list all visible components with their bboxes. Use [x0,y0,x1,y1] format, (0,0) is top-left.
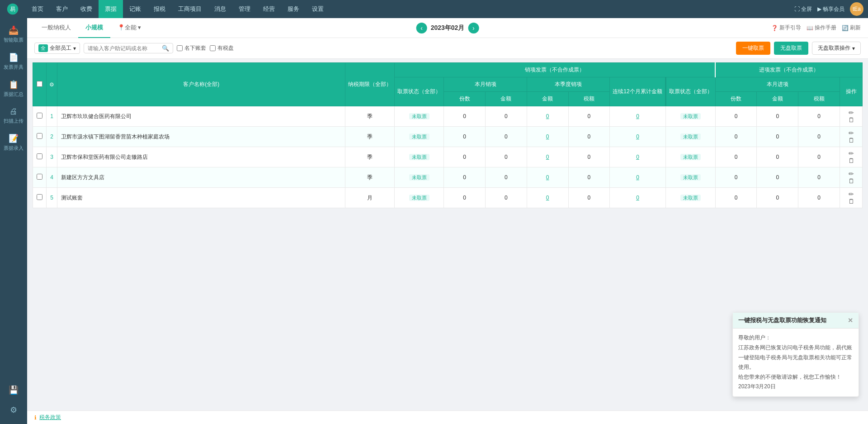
question-icon: ❓ [771,25,778,31]
row-checkbox[interactable] [33,106,47,127]
nav-message[interactable]: 消息 [208,0,232,18]
row-sales-qtr-amount: 0 [527,147,568,167]
app-logo: 易 [5,1,21,17]
row-sales-status: 未取票 [395,147,444,167]
detail-icon[interactable]: 🗒 [848,137,854,144]
sidebar-item-config[interactable]: ⚙ [7,401,20,419]
edit-icon[interactable]: ✏ [849,191,854,198]
row-input-status: 未取票 [665,188,715,208]
sidebar-label-invoice-entry: 票据录入 [4,145,24,152]
sub-tabs-bar: 一般纳税人 小规模 📍 全能 ▾ ‹ 2023年02月 › ❓ 新手引导 📖 操 [27,18,868,38]
notification-close-button[interactable]: ✕ [848,317,853,324]
sidebar-item-invoice-summary[interactable]: 📋 票据汇总 [0,76,27,101]
refresh-link[interactable]: 🔄 刷新 [842,24,861,32]
has-taxdisk-checkbox[interactable]: 有税盘 [210,44,234,52]
invoice-table: ⚙ 客户名称(全部) 纳税期限（全部） 销项发票（不合作成票） 进项发票（不合作… [33,62,863,208]
no-disk-operations-button[interactable]: 无盘取票操作 ▾ [812,42,861,55]
tab-all[interactable]: 📍 全能 ▾ [110,18,148,38]
row-annual-amount: 0 [610,127,665,147]
edit-icon[interactable]: ✏ [849,150,854,157]
select-all-checkbox[interactable] [37,81,42,87]
detail-icon[interactable]: 🗒 [848,116,854,124]
nav-service[interactable]: 服务 [281,0,306,18]
row-no: 2 [47,127,57,147]
tax-policy-link[interactable]: 税务政策 [39,414,61,421]
detail-icon[interactable]: 🗒 [848,198,854,205]
customer-search-input[interactable] [88,45,160,52]
manual-link[interactable]: 📖 操作手册 [807,24,836,32]
my-accounts-checkbox[interactable]: 名下账套 [177,44,206,52]
detail-icon[interactable]: 🗒 [848,157,854,164]
row-input-month-count: 0 [715,106,757,127]
nav-customer[interactable]: 客户 [50,0,74,18]
edit-icon[interactable]: ✏ [849,170,854,177]
avatar[interactable]: tEa [850,2,863,16]
period-text: 2023年02月 [431,24,465,32]
sidebar-item-invoice-entry[interactable]: 📝 票据录入 [0,130,27,155]
sidebar-item-scan-upload[interactable]: 🖨 扫描上传 [0,103,27,128]
col-sales-group: 销项发票（不合作成票） [395,63,715,77]
row-checkbox[interactable] [33,147,47,167]
row-sales-qtr-amount: 0 [527,167,568,188]
sidebar-label-invoice-summary: 票据汇总 [4,91,24,98]
next-period-button[interactable]: › [468,23,479,33]
has-taxdisk-check[interactable] [210,45,216,51]
row-period: 季 [345,106,395,127]
sidebar-item-invoice-issue[interactable]: 📄 发票开具 [0,49,27,74]
detail-icon[interactable]: 🗒 [848,177,854,185]
nav-billing[interactable]: 收费 [74,0,99,18]
tab-small-scale[interactable]: 小规模 [78,18,110,38]
no-disk-ticket-button[interactable]: 无盘取票 [774,42,808,55]
col-sales-qtr-tax: 税额 [568,92,610,106]
sidebar-item-download[interactable]: 💾 [7,381,20,399]
notification-body: 尊敬的用户： 江苏政务网已恢复访问电子税务局功能，易代账一键登陆电子税务局与无盘… [733,329,859,396]
one-key-ticket-button[interactable]: 一键取票 [736,42,770,55]
table-row: 4 新建区方方文具店 季 未取票 0 0 0 0 0 未取票 0 0 0 ✏ 🗒 [33,167,863,188]
col-settings: ⚙ [47,63,57,106]
row-input-month-tax: 0 [798,127,840,147]
employee-filter-label: 全部员工 [50,44,71,52]
nav-manage[interactable]: 管理 [232,0,257,18]
prev-period-button[interactable]: ‹ [416,23,427,33]
invoice-entry-icon: 📝 [9,133,19,143]
nav-settings[interactable]: 设置 [306,0,330,18]
row-customer: 新建区方方文具店 [57,167,345,188]
my-accounts-check[interactable] [177,45,183,51]
row-input-status: 未取票 [665,127,715,147]
toolbar: 全 全部员工 ▾ 🔍 名下账套 有税盘 一键取票 无盘取票 无盘取票操作 [27,38,868,59]
sidebar-item-smart-ticket[interactable]: 📥 智能取票 [0,22,27,47]
edit-icon[interactable]: ✏ [849,129,854,137]
vip-tool[interactable]: ▶ 畅享会员 [817,5,844,13]
bottom-bar: ℹ 税务政策 [27,410,868,424]
row-input-month-tax: 0 [798,106,840,127]
fullscreen-label: 全屏 [801,5,812,13]
col-input-month-count: 份数 [715,92,757,106]
nav-tax[interactable]: 报税 [147,0,172,18]
col-month-input: 本月进项 [715,77,840,92]
row-checkbox[interactable] [33,127,47,147]
newbie-guide-link[interactable]: ❓ 新手引导 [771,24,801,32]
nav-bookkeeping[interactable]: 记账 [123,0,147,18]
row-customer: 卫辉市汲水镇下图湖留香营苗木种植家庭农场 [57,127,345,147]
search-icon[interactable]: 🔍 [162,45,169,52]
row-sales-qtr-amount: 0 [527,127,568,147]
row-checkbox[interactable] [33,188,47,208]
row-input-month-amount: 0 [757,106,798,127]
notification-header: 一键报税与无盘取票功能恢复通知 ✕ [733,313,859,329]
employee-filter[interactable]: 全 全部员工 ▾ [34,43,80,54]
nav-operation[interactable]: 经营 [257,0,281,18]
row-no: 5 [47,188,57,208]
nav-menu: 首页 客户 收费 票据 记账 报税 工商项目 消息 管理 经营 服务 设置 [25,0,794,18]
fullscreen-tool[interactable]: ⛶ 全屏 [794,5,812,13]
nav-invoice[interactable]: 票据 [99,0,123,18]
col-input-group: 进项发票（不合作成票） [715,63,862,77]
location-icon: 📍 [118,24,125,31]
row-sales-month-count: 0 [444,127,486,147]
row-input-month-amount: 0 [757,147,798,167]
nav-business[interactable]: 工商项目 [172,0,208,18]
config-icon: ⚙ [10,405,17,415]
tab-general-taxpayer[interactable]: 一般纳税人 [34,18,78,38]
edit-icon[interactable]: ✏ [849,109,854,116]
row-checkbox[interactable] [33,167,47,188]
nav-home[interactable]: 首页 [25,0,50,18]
